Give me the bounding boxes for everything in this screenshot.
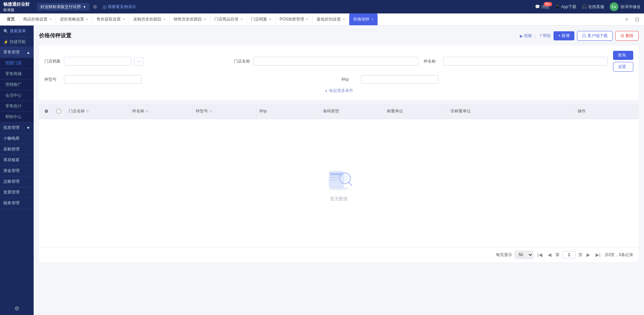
- close-icon[interactable]: ×: [49, 18, 51, 21]
- add-button[interactable]: + 新增: [553, 31, 574, 40]
- store-name-group: 门店名称: [234, 57, 418, 66]
- messages-button[interactable]: 💬 消息 99+: [535, 4, 549, 10]
- sidebar-search[interactable]: 🔍 搜索菜单: [0, 26, 34, 37]
- sidebar-item-retail-stats[interactable]: 零售统计: [0, 101, 34, 112]
- close-icon[interactable]: ×: [123, 18, 125, 21]
- collapse-up-icon: ∧: [325, 89, 328, 93]
- user-menu[interactable]: Ea 徐泽华修改: [610, 2, 641, 11]
- query-button[interactable]: 查询: [613, 51, 633, 60]
- close-icon[interactable]: ×: [343, 18, 345, 21]
- sidebar-item-inventory[interactable]: 库存核算: [0, 155, 34, 166]
- sidebar-item-retail-mall[interactable]: 零售商城: [0, 69, 34, 79]
- sort-icon[interactable]: ⇅: [146, 109, 148, 113]
- store-file-label: 门店档案: [44, 59, 61, 64]
- store-file-input[interactable]: [64, 57, 131, 66]
- set-button[interactable]: 设置: [613, 62, 633, 72]
- sidebar-item-smart-store[interactable]: 智慧门店: [0, 58, 34, 69]
- tab-purchase-strategy[interactable]: 进价策略设置 ×: [56, 13, 93, 26]
- scale-name-input[interactable]: [443, 57, 608, 66]
- close-icon[interactable]: ×: [204, 18, 206, 21]
- tab-pos-encryption[interactable]: POS加密管理 ×: [276, 13, 313, 26]
- last-page-button[interactable]: ▶|: [594, 251, 602, 258]
- table-settings-icon[interactable]: ⚙: [42, 107, 51, 115]
- th-store-name: 门店名称 ⇅: [66, 104, 130, 119]
- avatar: Ea: [610, 2, 618, 11]
- sidebar-item-retail-management[interactable]: 零售管理 ▲: [0, 47, 34, 58]
- tab-min-discount[interactable]: 最低折扣设置 ×: [313, 13, 349, 26]
- sidebar-item-finance[interactable]: 资金管理: [0, 166, 34, 176]
- sidebar-item-marketing[interactable]: 营销推广: [0, 79, 34, 90]
- delete-button[interactable]: 自 删除: [615, 31, 639, 41]
- tab-price-scale[interactable]: 价格传秤 ×: [349, 13, 378, 26]
- message-icon: 💬: [535, 4, 540, 9]
- th-barcode-type: 条码类型: [320, 104, 384, 119]
- empty-text: 暂无数据: [330, 196, 348, 202]
- th-actions: 操作: [575, 104, 639, 119]
- tab-home[interactable]: 首页: [3, 13, 19, 26]
- page-number-input[interactable]: [562, 251, 576, 258]
- data-table: ⚙ 门店名称 ⇅ 秤名称 ⇅ 秤型号 ⇅ 秤ip: [39, 104, 639, 262]
- collapse-row: ∧ 收起更多条件: [44, 87, 633, 94]
- help-link[interactable]: ? 帮助: [539, 33, 551, 39]
- tab-purchase-history[interactable]: 采购历史价跟踪 ×: [129, 13, 170, 26]
- store-name-input[interactable]: [253, 57, 418, 66]
- first-page-button[interactable]: |◀: [536, 251, 544, 258]
- scale-ip-group: 秤ip: [342, 75, 633, 84]
- sidebar-item-wholesale[interactable]: 批发管理 ▼: [0, 123, 34, 133]
- sidebar-item-member-center[interactable]: 会员中心: [0, 90, 34, 101]
- sort-icon[interactable]: ⇅: [209, 109, 212, 113]
- th-settings: ⚙: [39, 104, 54, 119]
- main-layout: 🔍 搜索菜单 ⚡ 快捷导航 零售管理 ▲ 智慧门店 零售商城 营销推广 会员中心…: [0, 26, 644, 315]
- tab-store-profile[interactable]: 门店档案 ×: [247, 13, 276, 26]
- client-download-button[interactable]: 凸 客户端下载: [577, 31, 612, 41]
- sidebar-item-invoice[interactable]: 发票管理: [0, 187, 34, 198]
- tab-sale-extract[interactable]: 售价提取设置 ×: [93, 13, 129, 26]
- collapse-button[interactable]: ∧ 收起更多条件: [321, 87, 357, 94]
- sidebar-quick-nav[interactable]: ⚡ 快捷导航: [0, 37, 34, 47]
- svg-point-7: [342, 175, 348, 182]
- close-icon[interactable]: ×: [164, 18, 166, 21]
- settings-icon[interactable]: ⚙: [93, 4, 97, 9]
- close-icon[interactable]: ×: [269, 18, 271, 21]
- close-tab-button[interactable]: ×: [623, 16, 630, 23]
- sidebar-item-ecommerce[interactable]: 小畅电商: [0, 133, 34, 144]
- scale-ip-input[interactable]: [361, 75, 438, 84]
- select-all-checkbox[interactable]: [57, 109, 61, 113]
- scale-name-group: 秤名称: [424, 57, 608, 66]
- sort-icon[interactable]: ⇅: [86, 109, 89, 113]
- sidebar: 🔍 搜索菜单 ⚡ 快捷导航 零售管理 ▲ 智慧门店 零售商城 营销推广 会员中心…: [0, 26, 34, 315]
- next-page-button[interactable]: ▶: [585, 251, 592, 258]
- scale-model-label: 秤型号: [44, 77, 61, 82]
- close-icon[interactable]: ×: [306, 18, 308, 21]
- sidebar-item-general-ledger[interactable]: 总账管理: [0, 176, 34, 187]
- store-file-dots-button[interactable]: ···: [134, 57, 144, 66]
- close-icon[interactable]: ×: [371, 18, 373, 21]
- demo-link[interactable]: ◎ 我要看实例演示: [103, 4, 136, 10]
- app-download-button[interactable]: 📱 App下载: [555, 4, 576, 10]
- online-service-button[interactable]: 🎧 在线客服: [582, 4, 604, 10]
- tab-sales-history[interactable]: 销售历史价跟踪 ×: [170, 13, 210, 26]
- close-icon[interactable]: ×: [86, 18, 88, 21]
- tab-store-catalog[interactable]: 门店商品目录 ×: [210, 13, 247, 26]
- close-icon[interactable]: ×: [241, 18, 243, 21]
- prev-page-button[interactable]: ◀: [546, 251, 553, 258]
- tab-commodity-price[interactable]: 商品价格设置 ×: [19, 13, 56, 26]
- th-checkbox: [54, 104, 66, 119]
- sidebar-item-purchase[interactable]: 采购管理: [0, 144, 34, 155]
- th-scale-ip: 秤ip: [257, 104, 320, 119]
- scale-model-input[interactable]: [64, 75, 141, 84]
- page-size-select[interactable]: 50 10 20 100: [515, 251, 533, 259]
- sidebar-item-help-center[interactable]: 帮助中心: [0, 112, 34, 123]
- page-actions: ▶ 视频 | ? 帮助 + 新增 凸 客户端下载 自 删除: [520, 31, 639, 41]
- product-selector[interactable]: 好业财标准版交付试用 ▼: [37, 3, 90, 11]
- app-logo: 畅捷通好业财 标准版: [3, 1, 34, 12]
- tab-bar: 首页 商品价格设置 × 进价策略设置 × 售价提取设置 × 采购历史价跟踪 × …: [0, 13, 644, 26]
- sidebar-item-tax[interactable]: 税务管理: [0, 198, 34, 209]
- form-row-2: 秤型号 秤ip: [44, 75, 633, 84]
- svg-rect-4: [330, 179, 337, 181]
- sidebar-settings-icon[interactable]: ⚙: [14, 305, 19, 312]
- restore-tab-button[interactable]: ⊡: [633, 15, 641, 23]
- th-scale-name: 秤名称 ⇅: [130, 104, 193, 119]
- search-form: 门店档案 ··· 门店名称 秤名称 查询 设置: [39, 45, 639, 100]
- video-link[interactable]: ▶ 视频 |: [520, 33, 537, 39]
